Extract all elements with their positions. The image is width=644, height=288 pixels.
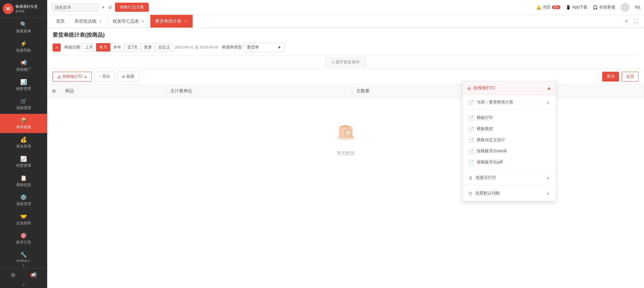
expand-more-row: ≡ 展开更多条件: [53, 55, 639, 69]
page-title: 要货单统计表(按商品): [53, 32, 639, 39]
sidebar-item-operation[interactable]: 📈经营管理: [0, 152, 47, 171]
date-btn-上月[interactable]: 上月: [82, 43, 96, 52]
export-btn[interactable]: ↑ 导出: [94, 72, 115, 82]
col-header-1: 商品: [61, 85, 166, 98]
query-btn[interactable]: 查询: [602, 72, 619, 82]
current-template-item[interactable]: 📄 当前：要货单统计表 ▶: [462, 97, 556, 108]
scroll-down-arrow[interactable]: ▼: [22, 283, 25, 287]
date-filter-group: 单据日期 上月本月本年近7天更多自定义 2023-06-01 至 2023-06…: [64, 43, 218, 52]
sidebar-item-sales[interactable]: 📊销售管理: [0, 75, 47, 95]
print-item-label-template-print: 模板打印: [477, 115, 493, 121]
design-icon: 📄: [468, 137, 474, 143]
topbar-dropdown-icon[interactable]: ▼: [101, 5, 105, 10]
sidebar-item-marketing-promo[interactable]: 📢营销推广: [0, 56, 47, 75]
date-btn-本年[interactable]: 本年: [110, 43, 124, 52]
sidebar-item-finance[interactable]: 💰资金管理: [0, 133, 47, 152]
scroll-up-arrow[interactable]: ▲: [22, 263, 25, 267]
sidebar-item-collab[interactable]: 🤝企业协同: [0, 210, 47, 229]
date-btn-近7天[interactable]: 近7天: [124, 43, 141, 52]
search-input[interactable]: [51, 3, 98, 11]
print-item-label-template-export-excel: 按模板导出excel: [477, 148, 506, 154]
sidebar-item-purchase[interactable]: 🛒采购管理: [0, 95, 47, 114]
col-header-2: 主计量单位: [166, 85, 352, 98]
settings-btn[interactable]: 设置: [622, 72, 639, 82]
sound-icon[interactable]: 📢: [30, 272, 37, 278]
print-menu-item-template-print[interactable]: 📄模板打印: [462, 112, 556, 123]
print-menu-item-template-preview[interactable]: 📄模板预览: [462, 123, 556, 134]
chevron-down-icon: ▼: [277, 45, 281, 50]
settings-icon[interactable]: ⚙: [11, 272, 16, 278]
date-btn-自定义[interactable]: 自定义: [155, 43, 173, 52]
refresh-btn[interactable]: ↺ 刷新: [117, 72, 139, 82]
sidebar-item-shortcut[interactable]: ⚡快捷导航: [0, 37, 47, 56]
app-download-item[interactable]: 📱 App下载: [566, 4, 587, 10]
display-print-label: 按显示打印: [476, 175, 496, 181]
eye-icon: 📄: [468, 126, 474, 132]
notification-item[interactable]: 🔔 消息 99+: [536, 4, 560, 10]
expand-more-btn[interactable]: ≡ 展开更多条件: [326, 58, 365, 67]
expand-window-btn[interactable]: ⛶: [632, 17, 640, 25]
basic-icon: 📋: [20, 175, 27, 181]
gear2-icon: ⚙: [468, 191, 473, 196]
printer2-icon: 🖨: [467, 86, 471, 91]
print-dropdown-close-icon[interactable]: ▲: [547, 85, 551, 91]
logo-icon: W: [3, 3, 13, 14]
expand-icon: ≡: [331, 60, 334, 65]
online-service-item[interactable]: 🎧 在线客服: [593, 4, 615, 10]
tab-order-stat[interactable]: 要货单统计表×: [150, 15, 193, 28]
print-dropdown-header: 🖨 按模板打印 ▲: [462, 82, 556, 95]
set-default-item[interactable]: ⚙ 设置默认功能 ▶: [462, 188, 556, 199]
sidebar-item-inventory[interactable]: 📦库存核算: [0, 114, 47, 133]
sidebar-label-system: 系统管理: [16, 201, 31, 206]
filter-toggle-btn[interactable]: »: [53, 43, 61, 52]
arrow-right-icon: ▶: [547, 175, 550, 180]
type-select[interactable]: 要货单 ▼: [244, 43, 284, 52]
sidebar-item-apps[interactable]: 🔧应用中心: [0, 248, 47, 262]
topbar-gear-icon[interactable]: ⚙: [108, 5, 112, 10]
print-menu-item-template-export-pdf[interactable]: 📄按模板导出pdf: [462, 157, 556, 168]
search-icon: 🔍: [20, 21, 27, 28]
tab-close-batch[interactable]: ×: [98, 19, 103, 24]
phone-icon: 📱: [566, 5, 571, 10]
sidebar-label-collab: 企业协同: [16, 221, 31, 226]
print-items-section: 📄模板打印📄模板预览📄模板自定义设计📄按模板导出excel📄按模板导出pdf: [462, 110, 556, 170]
finance-icon: 💰: [20, 136, 27, 143]
avatar[interactable]: [621, 3, 630, 12]
tab-summary[interactable]: 收发存汇总表×: [108, 15, 150, 28]
tab-batch[interactable]: 库存批次账×: [70, 15, 108, 28]
sidebar-item-search[interactable]: 🔍搜索菜单: [0, 18, 47, 37]
print-item-label-template-preview: 模板预览: [477, 126, 493, 132]
close-window-btn[interactable]: ✕: [622, 17, 631, 25]
tab-home[interactable]: 首页: [51, 15, 70, 28]
sidebar: W 畅康通好生意 标准版 🔍搜索菜单⚡快捷导航📢营销推广📊销售管理🛒采购管理📦库…: [0, 0, 47, 288]
tab-label-home: 首页: [56, 18, 65, 24]
date-range-text: 2023-06-01 至 2023-06-30: [175, 45, 219, 50]
display-print-item[interactable]: 🖥 按显示打印 ▶: [462, 172, 556, 183]
sidebar-nav: 🔍搜索菜单⚡快捷导航📢营销推广📊销售管理🛒采购管理📦库存核算💰资金管理📈经营管理…: [0, 18, 47, 262]
print-menu-item-template-custom[interactable]: 📄模板自定义设计: [462, 134, 556, 146]
sidebar-item-system[interactable]: ⚙️系统管理: [0, 191, 47, 210]
tab-close-order-stat[interactable]: ×: [183, 19, 188, 24]
sidebar-item-basic[interactable]: 📋基础信息: [0, 171, 47, 191]
sidebar-label-basic: 基础信息: [16, 182, 31, 187]
print-dropdown: 🖨 按模板打印 ▲ 📄 当前：要货单统计表 ▶ 📄模板打印📄模板预览📄模板自定义…: [462, 81, 556, 201]
sidebar-label-purchase: 采购管理: [16, 105, 31, 110]
sales-icon: 📊: [20, 79, 27, 85]
print-menu-item-template-export-excel[interactable]: 📄按模板导出excel: [462, 146, 556, 157]
sidebar-label-guide: 新手引导: [16, 240, 31, 245]
inventory-icon: 📦: [20, 117, 27, 124]
print-template-btn[interactable]: 🖨 按模板打印 ▲: [53, 72, 92, 82]
empty-icon: [332, 118, 359, 145]
sidebar-item-guide[interactable]: 🎯新手引导: [0, 229, 47, 248]
pdf-icon: 📄: [468, 160, 474, 165]
print-template-label: 按模板打印: [62, 74, 83, 79]
sidebar-label-shortcut: 快捷导航: [16, 48, 31, 53]
tab-close-summary[interactable]: ×: [141, 19, 145, 24]
settings-col-icon[interactable]: ⚙: [52, 89, 56, 94]
action-bar: 🖨 按模板打印 ▲ ↑ 导出 ↺ 刷新 ··· 查询 设置 🖨: [47, 69, 644, 85]
date-btn-更多[interactable]: 更多: [141, 43, 155, 52]
sidebar-label-marketing-promo: 营销推广: [16, 67, 31, 72]
date-label: 单据日期: [64, 44, 80, 50]
date-btn-本月[interactable]: 本月: [96, 43, 110, 52]
industry-btn[interactable]: 体验行业方案: [115, 3, 149, 12]
